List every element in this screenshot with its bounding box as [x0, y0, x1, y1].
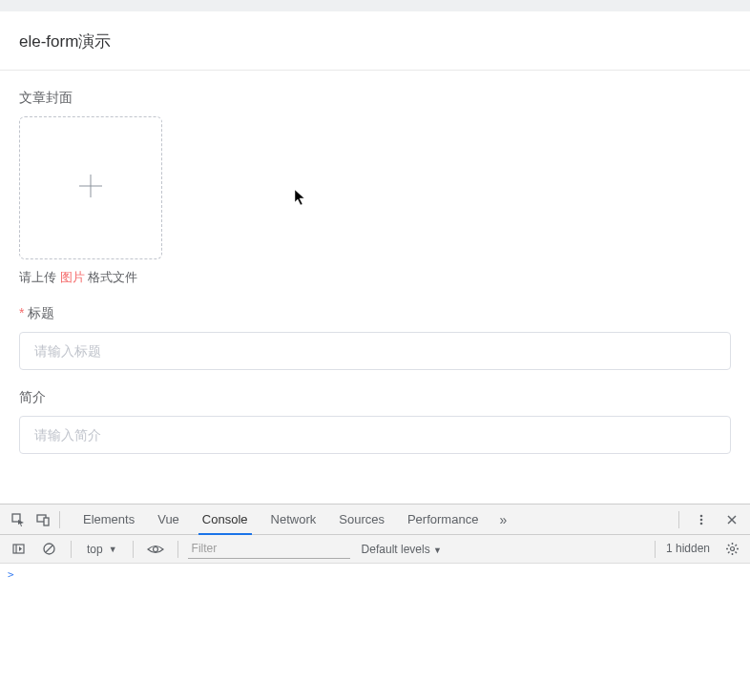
console-toolbar: top ▼ Default levels ▼ 1 hidden [0, 535, 750, 564]
cover-label: 文章封面 [19, 90, 731, 107]
upload-tip: 请上传 图片 格式文件 [19, 269, 731, 286]
separator [678, 511, 679, 528]
svg-line-21 [735, 552, 737, 554]
upload-tip-prefix: 请上传 [19, 270, 60, 284]
separator [655, 541, 656, 558]
upload-tip-suffix: 格式文件 [85, 270, 138, 284]
separator [177, 541, 178, 558]
svg-line-23 [735, 545, 737, 546]
tab-sources[interactable]: Sources [327, 504, 396, 535]
devtools-tabbar: Elements Vue Console Network Sources Per… [0, 504, 750, 535]
svg-point-6 [700, 518, 703, 521]
upload-box[interactable] [19, 116, 162, 259]
devtools-tabs: Elements Vue Console Network Sources Per… [72, 504, 516, 535]
svg-rect-10 [13, 545, 24, 553]
context-dropdown-label: top [87, 543, 103, 556]
chevron-down-icon: ▼ [433, 546, 442, 555]
clear-console-icon[interactable] [36, 537, 61, 562]
tab-elements[interactable]: Elements [72, 504, 146, 535]
tab-console[interactable]: Console [191, 504, 260, 535]
separator [71, 541, 72, 558]
upload-tip-highlight: 图片 [60, 270, 85, 284]
svg-point-5 [700, 514, 703, 517]
window-top-edge [0, 0, 750, 11]
svg-point-14 [153, 546, 157, 551]
intro-label: 简介 [19, 389, 731, 406]
svg-line-13 [46, 546, 52, 552]
form-item-intro: 简介 [19, 389, 731, 454]
kebab-menu-icon[interactable] [689, 507, 714, 532]
separator [59, 511, 60, 528]
form-item-cover: 文章封面 请上传 图片 格式文件 [19, 90, 731, 286]
chevron-down-icon: ▼ [109, 545, 117, 554]
svg-line-22 [728, 552, 730, 554]
console-filter-input[interactable] [188, 540, 350, 559]
hidden-count-text: 1 hidden [666, 542, 710, 555]
form-item-title: *标题 [19, 305, 731, 370]
levels-label: Default levels [362, 543, 430, 556]
title-input[interactable] [19, 332, 731, 370]
intro-input[interactable] [19, 416, 731, 454]
context-dropdown[interactable]: top ▼ [81, 543, 123, 556]
inspect-icon[interactable] [6, 507, 31, 532]
svg-point-7 [700, 522, 703, 525]
tab-vue[interactable]: Vue [146, 504, 191, 535]
console-content[interactable]: > [0, 564, 750, 585]
tabs-overflow[interactable]: » [490, 512, 516, 527]
svg-point-15 [730, 547, 734, 551]
svg-rect-4 [44, 518, 49, 525]
page-title: ele-form演示 [19, 31, 731, 52]
separator [133, 541, 134, 558]
title-label: *标题 [19, 305, 731, 322]
console-prompt: > [8, 568, 14, 581]
tab-performance[interactable]: Performance [396, 504, 490, 535]
page-header: ele-form演示 [0, 11, 750, 71]
close-devtools-icon[interactable] [719, 507, 744, 532]
tab-network[interactable]: Network [260, 504, 328, 535]
settings-gear-icon[interactable] [719, 537, 744, 562]
required-mark: * [19, 305, 24, 320]
devtools-panel: Elements Vue Console Network Sources Per… [0, 504, 750, 700]
svg-line-20 [728, 545, 730, 546]
log-levels-dropdown[interactable]: Default levels ▼ [356, 543, 448, 556]
sidebar-toggle-icon[interactable] [6, 537, 31, 562]
live-expression-icon[interactable] [143, 537, 168, 562]
device-toggle-icon[interactable] [31, 507, 55, 532]
plus-icon [77, 173, 104, 203]
hidden-messages-count[interactable]: 1 hidden [647, 541, 714, 558]
title-label-text: 标题 [28, 305, 54, 320]
form-body: 文章封面 请上传 图片 格式文件 *标题 简介 [0, 71, 750, 454]
